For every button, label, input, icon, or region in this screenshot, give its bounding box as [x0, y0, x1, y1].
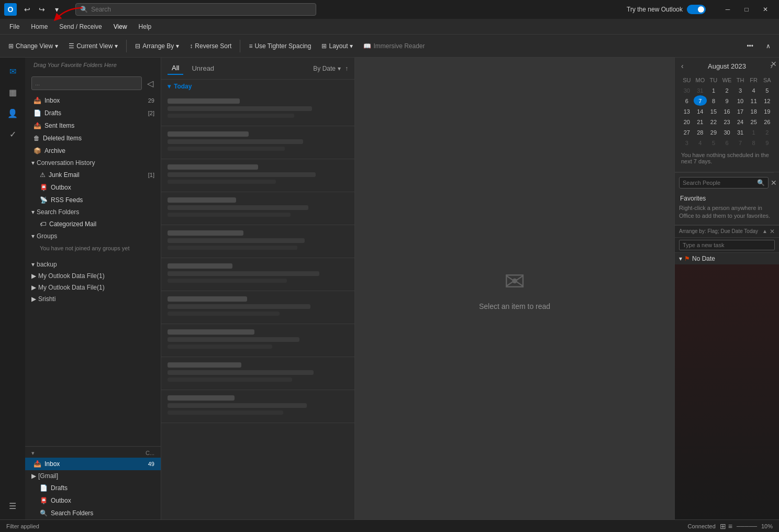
cal-date-9[interactable]: 9 — [720, 95, 734, 106]
cal-date-11[interactable]: 11 — [747, 95, 761, 106]
close-button[interactable]: ✕ — [756, 0, 775, 19]
cal-date-2-next[interactable]: 2 — [760, 127, 774, 137]
immersive-reader-button[interactable]: 📖 Immersive Reader — [359, 38, 429, 54]
sidebar-bottom-inbox[interactable]: 📥 Inbox 49 — [25, 458, 161, 470]
cal-date-31-prev[interactable]: 31 — [694, 85, 707, 95]
tab-all[interactable]: All — [168, 62, 183, 75]
sidebar-folder-deleted[interactable]: 🗑 Deleted Items — [25, 132, 161, 145]
nav-tasks-button[interactable]: ✓ — [3, 125, 22, 143]
compact-view-button[interactable]: ≡ — [728, 522, 732, 530]
sidebar-groups-toggle[interactable]: ▾ Groups — [25, 230, 161, 242]
people-search-input[interactable] — [683, 180, 755, 186]
cal-date-26[interactable]: 26 — [760, 116, 774, 127]
sidebar-folder-categorized[interactable]: 🏷 Categorized Mail — [25, 218, 161, 230]
sidebar-folder-rss[interactable]: 📡 RSS Feeds — [25, 194, 161, 206]
sidebar-search-box[interactable] — [31, 76, 142, 90]
cal-date-9-next[interactable]: 9 — [760, 137, 774, 148]
tab-unread[interactable]: Unread — [187, 62, 218, 74]
cal-date-25[interactable]: 25 — [747, 116, 761, 127]
people-search-container[interactable]: 🔍 — [679, 177, 769, 189]
cal-date-5-next[interactable]: 5 — [707, 137, 720, 148]
cal-date-4-next[interactable]: 4 — [694, 137, 707, 148]
sidebar-odp2-toggle[interactable]: ▶ My Outlook Data File(1) — [25, 282, 161, 293]
sort-order-toggle[interactable]: ↑ — [345, 65, 348, 72]
cal-date-21[interactable]: 21 — [694, 116, 707, 127]
calendar-close-button[interactable]: ✕ — [771, 60, 777, 68]
menu-send-receive[interactable]: Send / Receive — [54, 21, 107, 32]
current-view-button[interactable]: ☰ Current View ▾ — [64, 38, 122, 54]
tighter-spacing-button[interactable]: ≡ Use Tighter Spacing — [244, 38, 315, 54]
sidebar-collapse-button[interactable]: ◁ — [146, 77, 154, 90]
redo-button[interactable]: ↪ — [36, 3, 48, 16]
new-task-input[interactable] — [679, 240, 775, 250]
cal-date-10[interactable]: 10 — [733, 95, 747, 106]
email-item-8[interactable] — [161, 324, 354, 357]
tasks-expand-button[interactable]: ▲ — [762, 228, 767, 234]
cal-date-31[interactable]: 31 — [733, 127, 747, 137]
email-item-2[interactable] — [161, 126, 354, 159]
normal-view-button[interactable]: ⊞ — [720, 522, 726, 530]
nav-calendar-button[interactable]: ▦ — [3, 83, 22, 102]
cal-date-4[interactable]: 4 — [747, 85, 761, 95]
email-item-6[interactable] — [161, 258, 354, 291]
reverse-sort-button[interactable]: ↕ Reverse Sort — [185, 38, 236, 54]
cal-date-15[interactable]: 15 — [707, 106, 720, 116]
email-item-1[interactable] — [161, 93, 354, 126]
sidebar-backup-toggle[interactable]: ▾ backup — [25, 259, 161, 270]
calendar-prev-button[interactable]: ‹ — [681, 62, 684, 70]
maximize-button[interactable]: □ — [737, 0, 756, 19]
menu-file[interactable]: File — [4, 21, 25, 32]
toolbar-more-button[interactable]: ••• — [742, 38, 758, 54]
cal-date-8[interactable]: 8 — [707, 95, 720, 106]
sort-button[interactable]: By Date ▾ — [313, 65, 341, 72]
search-bar[interactable]: 🔍 — [75, 3, 316, 16]
cal-date-3-next[interactable]: 3 — [680, 137, 694, 148]
nav-notes-button[interactable]: ☰ — [3, 496, 22, 515]
sidebar-bottom-outbox[interactable]: 📮 Outbox — [25, 494, 161, 507]
email-list-scroll[interactable]: ▾ Today — [161, 80, 354, 519]
nav-contacts-button[interactable]: 👤 — [3, 104, 22, 123]
email-item-9[interactable] — [161, 357, 354, 390]
cal-date-30-aug[interactable]: 30 — [720, 127, 734, 137]
sidebar-folder-junk[interactable]: ⚠ Junk Email [1] — [25, 169, 161, 181]
undo-button[interactable]: ↩ — [21, 3, 34, 16]
sidebar-folder-archive[interactable]: 📦 Archive — [25, 145, 161, 157]
cal-date-1-next[interactable]: 1 — [747, 127, 761, 137]
email-item-4[interactable] — [161, 192, 354, 225]
cal-date-16[interactable]: 16 — [720, 106, 734, 116]
sidebar-odp1-toggle[interactable]: ▶ My Outlook Data File(1) — [25, 270, 161, 282]
cal-date-23[interactable]: 23 — [720, 116, 734, 127]
search-input[interactable] — [91, 6, 311, 13]
sidebar-folder-sent[interactable]: 📤 Sent Items — [25, 119, 161, 132]
cal-date-8-next[interactable]: 8 — [747, 137, 761, 148]
toolbar-collapse-button[interactable]: ∧ — [762, 38, 775, 54]
cal-date-28[interactable]: 28 — [694, 127, 707, 137]
layout-button[interactable]: ⊞ Layout ▾ — [317, 38, 357, 54]
sidebar-folder-inbox[interactable]: 📥 Inbox 29 — [25, 94, 161, 107]
cal-date-18[interactable]: 18 — [747, 106, 761, 116]
email-item-3[interactable] — [161, 159, 354, 192]
cal-date-27[interactable]: 27 — [680, 127, 694, 137]
cal-date-2[interactable]: 2 — [720, 85, 734, 95]
cal-date-17[interactable]: 17 — [733, 106, 747, 116]
try-new-toggle[interactable] — [687, 5, 706, 14]
sidebar-search-input[interactable] — [35, 80, 138, 86]
cal-date-6[interactable]: 6 — [680, 95, 694, 106]
cal-date-22[interactable]: 22 — [707, 116, 720, 127]
tasks-close-button[interactable]: ✕ — [770, 228, 775, 235]
cal-date-29[interactable]: 29 — [707, 127, 720, 137]
cal-date-20[interactable]: 20 — [680, 116, 694, 127]
cal-date-7-next[interactable]: 7 — [733, 137, 747, 148]
minimize-button[interactable]: ─ — [718, 0, 737, 19]
sidebar-folder-drafts[interactable]: 📄 Drafts [2] — [25, 107, 161, 119]
change-view-button[interactable]: ⊞ Change View ▾ — [4, 38, 62, 54]
cal-date-3[interactable]: 3 — [733, 85, 747, 95]
cal-date-7-today[interactable]: 7 — [694, 95, 707, 106]
email-item-10[interactable] — [161, 390, 354, 423]
cal-date-14[interactable]: 14 — [694, 106, 707, 116]
email-item-5[interactable] — [161, 225, 354, 258]
cal-date-13[interactable]: 13 — [680, 106, 694, 116]
menu-home[interactable]: Home — [26, 21, 53, 32]
sidebar-search-folders-toggle[interactable]: ▾ Search Folders — [25, 206, 161, 218]
sidebar-bottom-searchfolders[interactable]: 🔍 Search Folders — [25, 507, 161, 519]
